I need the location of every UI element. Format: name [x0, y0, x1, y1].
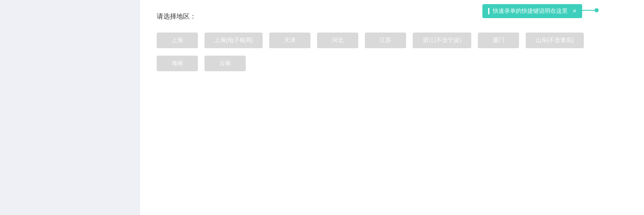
region-button-hainan[interactable]: 海南	[157, 56, 198, 71]
region-button-tianjin[interactable]: 天津	[269, 33, 310, 48]
tooltip-close-button[interactable]: ×	[573, 8, 576, 14]
region-button-shanghai-etax[interactable]: 上海(电子税局)	[204, 33, 263, 48]
region-button-shanghai[interactable]: 上海	[157, 33, 198, 48]
left-sidebar	[0, 0, 140, 215]
region-button-hebei[interactable]: 河北	[317, 33, 358, 48]
tooltip-banner: 快速录单的快捷键说明在这里 ×	[482, 4, 582, 18]
tooltip-left-bar	[488, 8, 489, 14]
region-button-shandong[interactable]: 山东(不含青岛)	[526, 33, 584, 48]
region-button-jiangsu[interactable]: 江苏	[365, 33, 406, 48]
region-button-zhejiang[interactable]: 浙江(不含宁波)	[413, 33, 471, 48]
region-button-xiamen[interactable]: 厦门	[478, 33, 519, 48]
tooltip-connector-line	[582, 10, 595, 11]
main-content: 请选择地区： 上海上海(电子税局)天津河北江苏浙江(不含宁波)厦门山东(不含青岛…	[140, 0, 644, 215]
region-buttons-container: 上海上海(电子税局)天津河北江苏浙江(不含宁波)厦门山东(不含青岛)海南云南	[157, 33, 628, 71]
tooltip-text: 快速录单的快捷键说明在这里	[493, 7, 568, 15]
region-button-yunnan[interactable]: 云南	[204, 56, 246, 71]
tooltip-connector-dot	[595, 8, 599, 12]
